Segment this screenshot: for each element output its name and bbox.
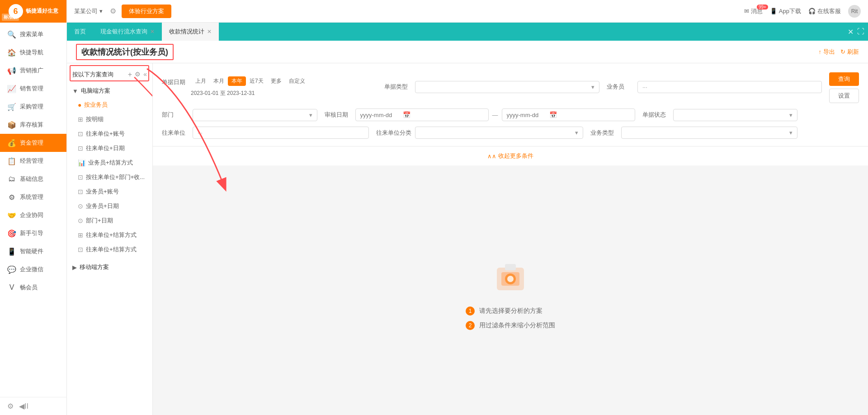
sidebar-item-enterprise[interactable]: 🤝 企业协同 <box>0 206 66 224</box>
refresh-btn[interactable]: ↻ 刷新 <box>840 48 859 56</box>
scheme-setting-btn[interactable]: ⚙ <box>135 71 141 79</box>
tab-receipt[interactable]: 收款情况统计 ✕ <box>162 23 219 41</box>
sidebar-label-wechat: 企业微信 <box>20 265 43 274</box>
counterpart-select[interactable]: ··· <box>193 127 369 139</box>
scheme-item-icon-0-10: ⊡ <box>78 246 83 253</box>
tab-home[interactable]: 首页 <box>67 28 93 36</box>
salesperson-dots: ··· <box>642 84 647 90</box>
date-tab-more[interactable]: 更多 <box>267 76 285 86</box>
collapse-sidebar-icon[interactable]: ◀‍II <box>19 402 28 410</box>
messages-badge: 99+ <box>757 5 768 9</box>
scheme-item-0-7[interactable]: ⊙业务员+日期 <box>67 199 152 213</box>
empty-step-1: 1 请先选择要分析的方案 <box>466 307 555 316</box>
date-tab-thisyear[interactable]: 本年 <box>228 76 246 86</box>
scheme-item-label-0-9: 往来单位+结算方式 <box>86 231 137 239</box>
sidebar-item-inventory[interactable]: 📦 库存核算 <box>0 116 66 134</box>
messages-btn[interactable]: ✉ 消息 99+ <box>744 7 763 15</box>
empty-state: 1 请先选择要分析的方案 2 用过滤条件来缩小分析范围 <box>153 169 868 415</box>
app-download-btn[interactable]: 📱 App下载 <box>770 7 801 15</box>
date-tab-7days[interactable]: 近7天 <box>246 76 267 86</box>
scheme-item-0-6[interactable]: ⊡业务员+账号 <box>67 184 152 199</box>
marketing-icon: 📢 <box>7 66 16 75</box>
collapse-btn[interactable]: ∧∧ 收起更多条件 <box>153 146 868 165</box>
sidebar-label-member: 畅会员 <box>20 283 38 292</box>
scheme-item-0-9[interactable]: ⊞往来单位+结算方式 <box>67 228 152 242</box>
audit-date-start[interactable]: 📅 <box>355 108 489 121</box>
voucher-type-select[interactable]: ▾ <box>415 81 599 93</box>
export-btn[interactable]: ↑ 导出 <box>819 48 835 56</box>
audit-date-end[interactable]: 📅 <box>502 108 635 121</box>
tab-cashflow-close[interactable]: ✕ <box>150 28 155 35</box>
sidebar-item-operation[interactable]: 📋 经营管理 <box>0 152 66 170</box>
scheme-item-0-8[interactable]: ⊙部门+日期 <box>67 213 152 228</box>
sidebar-item-wechat[interactable]: 💬 企业微信 <box>0 260 66 278</box>
empty-steps: 1 请先选择要分析的方案 2 用过滤条件来缩小分析范围 <box>466 307 555 330</box>
calendar-start-icon[interactable]: 📅 <box>403 111 410 118</box>
tab-maximize-icon[interactable]: ⛶ <box>857 28 864 36</box>
date-tab-thismonth[interactable]: 本月 <box>210 76 228 86</box>
company-dropdown-icon[interactable]: ▾ <box>99 8 103 14</box>
header-gear-icon[interactable]: ⚙ <box>110 7 116 15</box>
scheme-header: 按以下方案查询 + ⚙ « <box>67 67 152 82</box>
sidebar-item-system[interactable]: ⚙ 系统管理 <box>0 188 66 206</box>
filter-audit-date-item: 审核日期 📅 — 📅 <box>325 108 635 121</box>
date-tab-lastmonth[interactable]: 上月 <box>192 76 210 86</box>
audit-date-end-input[interactable] <box>507 112 547 118</box>
sidebar-item-quicknav[interactable]: 🏠 快捷导航 <box>0 43 66 61</box>
scheme-item-0-0[interactable]: ●按业务员 <box>67 98 152 112</box>
date-label: 单据日期 <box>162 78 189 86</box>
dept-dropdown-icon: ▾ <box>309 112 312 118</box>
date-tab-custom[interactable]: 自定义 <box>285 76 309 86</box>
voucher-status-select[interactable]: ▾ <box>673 109 798 121</box>
counterpart-dots: ··· <box>198 129 203 136</box>
calendar-end-icon[interactable]: 📅 <box>549 111 557 118</box>
scheme-item-label-0-10: 往来单位+结算方式 <box>86 245 137 254</box>
scheme-item-0-1[interactable]: ⊞按明细 <box>67 112 152 127</box>
counterpart-category-select[interactable]: ▾ <box>415 127 583 139</box>
scheme-add-btn[interactable]: + <box>128 71 132 79</box>
sidebar-item-hardware[interactable]: 📱 智能硬件 <box>0 242 66 260</box>
step-1-num: 1 <box>466 307 475 316</box>
sidebar-item-marketing[interactable]: 📢 营销推广 <box>0 61 66 80</box>
sidebar-item-sales[interactable]: 📈 销售管理 <box>0 80 66 98</box>
dept-select[interactable]: ▾ <box>193 109 317 121</box>
filter-rows: 单据日期 上月 本月 本年 近7天 更多 自定义 <box>153 63 868 146</box>
trial-industry-btn[interactable]: 体验行业方案 <box>122 5 171 18</box>
audit-date-start-input[interactable] <box>360 112 401 118</box>
sidebar-label-inventory: 库存核算 <box>20 121 43 129</box>
sidebar-item-guide[interactable]: 🎯 新手引导 <box>0 224 66 242</box>
scheme-section-title-1[interactable]: ▶移动端方案 <box>67 260 152 274</box>
scheme-item-icon-0-6: ⊡ <box>78 188 83 195</box>
query-btn[interactable]: 查询 <box>829 72 859 86</box>
scheme-item-0-5[interactable]: ⊡按往来单位+部门+收... <box>67 170 152 184</box>
date-range-display: 2023-01-01 至 2023-12-31 <box>191 90 255 97</box>
tab-cashflow[interactable]: 现金银行流水查询 ✕ <box>93 23 162 41</box>
quicknav-icon: 🏠 <box>7 48 16 57</box>
scheme-item-0-2[interactable]: ⊡往来单位+账号 <box>67 127 152 141</box>
scheme-item-icon-0-1: ⊞ <box>78 116 83 123</box>
business-type-select[interactable]: ▾ <box>621 127 797 139</box>
tab-receipt-close[interactable]: ✕ <box>207 28 212 35</box>
settings-bottom-icon[interactable]: ⚙ <box>7 402 14 410</box>
scheme-item-0-3[interactable]: ⊡往来单位+日期 <box>67 141 152 156</box>
online-service-btn[interactable]: 🎧 在线客服 <box>808 7 841 15</box>
sidebar-item-finance[interactable]: 💰 资金管理 <box>0 134 66 152</box>
scheme-item-0-10[interactable]: ⊡往来单位+结算方式 <box>67 242 152 257</box>
filter-salesperson-item: 业务员 ··· <box>607 81 822 93</box>
scheme-section-title-0[interactable]: ▼电脑端方案 <box>67 84 152 98</box>
sidebar-label-finance: 资金管理 <box>20 139 43 147</box>
sidebar-item-basic[interactable]: 🗂 基础信息 <box>0 170 66 188</box>
sidebar-item-purchase[interactable]: 🛒 采购管理 <box>0 98 66 116</box>
filter-row-3: 往来单位 ··· 往来单位分类 ▾ 业务类型 <box>162 127 859 139</box>
sidebar-item-search[interactable]: 🔍 搜索菜单 <box>0 25 66 43</box>
scheme-item-0-4[interactable]: 📊业务员+结算方式 <box>67 156 152 170</box>
user-avatar[interactable]: Rit <box>848 5 861 18</box>
scheme-collapse-btn[interactable]: « <box>143 71 147 79</box>
filter-voucher-type-item: 单据类型 ▾ <box>384 81 599 93</box>
salesperson-select[interactable]: ··· <box>637 81 822 93</box>
setting-btn[interactable]: 设置 <box>829 89 859 103</box>
sidebar-nav: 🔍 搜索菜单 🏠 快捷导航 📢 营销推广 📈 销售管理 🛒 采购管理 📦 库存核… <box>0 23 66 397</box>
company-selector[interactable]: 某某公司 ▾ <box>74 7 103 15</box>
tab-close-all-icon[interactable]: ✕ <box>848 28 854 36</box>
sidebar-item-member[interactable]: V 畅会员 <box>0 278 66 297</box>
